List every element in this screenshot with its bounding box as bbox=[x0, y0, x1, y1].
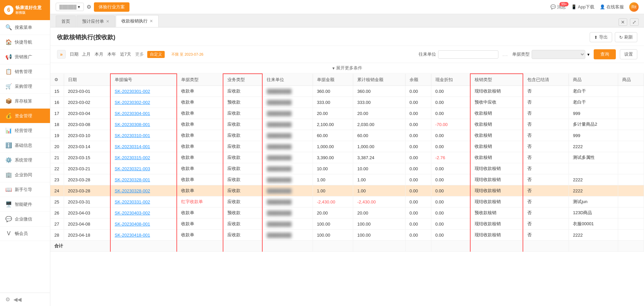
sidebar-item-quick-nav[interactable]: 🏠 快捷导航 bbox=[0, 35, 50, 50]
date-this-year[interactable]: 本年 bbox=[106, 51, 117, 58]
custom-date-button[interactable]: 自定义 bbox=[147, 51, 165, 58]
sidebar-item-marketing[interactable]: 📢 营销推广 bbox=[0, 50, 50, 64]
sidebar-label-member: 畅会员 bbox=[15, 231, 28, 237]
sn-link[interactable]: SK-20230308-001 bbox=[115, 122, 150, 127]
solution-button[interactable]: 体验行业方案 bbox=[94, 2, 129, 12]
chevron-down-icon: ▾ bbox=[78, 4, 80, 9]
tab-home[interactable]: 首页 bbox=[56, 15, 76, 27]
sidebar-item-purchase[interactable]: 🛒 采购管理 bbox=[0, 79, 50, 94]
cell-discount: 0.00 bbox=[431, 108, 470, 119]
cell-amount: 100.00 bbox=[313, 219, 353, 230]
topbar-gear-icon[interactable]: ⚙ bbox=[87, 4, 91, 10]
sn-link[interactable]: SK-20230418-001 bbox=[115, 233, 150, 238]
page-title: 收款核销执行(按收款) bbox=[57, 33, 115, 41]
sn-link[interactable]: SK-20230310-001 bbox=[115, 133, 150, 138]
cell-settled: 否 bbox=[523, 174, 569, 185]
sidebar-item-wechat[interactable]: 💬 企业微信 bbox=[0, 212, 50, 227]
sn-link[interactable]: SK-20230408-001 bbox=[115, 222, 150, 227]
sidebar-item-hardware[interactable]: 🖥️ 智能硬件 bbox=[0, 197, 50, 212]
table-row: 26 2023-04-03 SK-20230403-002 收款单 预收款 ██… bbox=[50, 207, 644, 219]
sn-link[interactable]: SK-20230302-002 bbox=[115, 100, 150, 105]
select-placeholder: ██████ bbox=[59, 5, 76, 9]
cell-cancel-type: 预收款核销 bbox=[470, 207, 523, 219]
query-button[interactable]: 查询 bbox=[594, 49, 616, 59]
date-last-month[interactable]: 上月 bbox=[80, 51, 92, 58]
cell-sn: SK-20230315-002 bbox=[110, 152, 177, 163]
sn-link[interactable]: SK-20230321-003 bbox=[115, 166, 150, 171]
tab-receivable-exec[interactable]: 收款核销执行 ✕ bbox=[116, 15, 159, 27]
sn-link[interactable]: SK-20230301-002 bbox=[115, 89, 150, 94]
sn-link[interactable]: SK-20230403-002 bbox=[115, 210, 150, 216]
table-row: 15 2023-03-01 SK-20230301-002 收款单 应收款 ██… bbox=[50, 86, 644, 97]
cell-sn: SK-20230301-002 bbox=[110, 86, 177, 97]
finance-icon: 💰 bbox=[5, 113, 12, 119]
th-sn: 单据编号 bbox=[110, 74, 177, 86]
sn-link[interactable]: SK-20230304-001 bbox=[115, 111, 150, 116]
refresh-button[interactable]: ↻ 刷新 bbox=[615, 32, 637, 42]
online-service-button[interactable]: 👤 在线客服 bbox=[600, 4, 624, 10]
filter-toggle-button[interactable]: » bbox=[57, 50, 66, 59]
sidebar-item-sales[interactable]: 📋 销售管理 bbox=[0, 64, 50, 79]
th-biz-type: 业务类型 bbox=[223, 74, 263, 86]
filter-type-group: 单据类型 ▾ bbox=[512, 50, 590, 59]
date-last-7-days[interactable]: 近7天 bbox=[119, 51, 132, 58]
sn-link[interactable]: SK-20230328-001 bbox=[115, 177, 150, 182]
sidebar-item-enterprise[interactable]: 🏢 企业协同 bbox=[0, 168, 50, 182]
cell-unit: ████████ bbox=[262, 174, 313, 185]
member-icon: V bbox=[5, 231, 12, 237]
table-row: 18 2023-03-08 SK-20230308-001 收款单 应收款 ██… bbox=[50, 119, 644, 130]
cell-balance: 0.00 bbox=[405, 196, 431, 207]
collapse-icon[interactable]: ◀◀ bbox=[13, 296, 21, 303]
tab-receivable-exec-close[interactable]: ✕ bbox=[150, 19, 153, 23]
topbar-select[interactable]: ██████ ▾ bbox=[56, 3, 84, 11]
cell-biz-type: 应收款 bbox=[223, 130, 263, 141]
date-more[interactable]: 更多 bbox=[134, 51, 145, 58]
tab-pre-receivable[interactable]: 预计应付单 ✕ bbox=[76, 15, 115, 27]
export-button[interactable]: ⬆ 导出 bbox=[590, 32, 612, 42]
cell-amount: 360.00 bbox=[313, 86, 353, 97]
expand-button[interactable]: ▾ 展开更多条件 bbox=[332, 65, 362, 71]
type-select[interactable] bbox=[532, 50, 585, 59]
cell-amount: 333.00 bbox=[313, 97, 353, 108]
tab-receivable-exec-label: 收款核销执行 bbox=[121, 18, 148, 24]
sn-link[interactable]: SK-20230331-002 bbox=[115, 199, 150, 204]
cell-num: 28 bbox=[50, 230, 64, 241]
tab-expand-button[interactable]: ⤢ bbox=[630, 18, 639, 26]
cell-unit: ████████ bbox=[262, 119, 313, 130]
sidebar-item-member[interactable]: V 畅会员 bbox=[0, 227, 50, 241]
cell-sn: SK-20230403-002 bbox=[110, 207, 177, 219]
cell-settled: 否 bbox=[523, 196, 569, 207]
sidebar-item-search[interactable]: 🔍 搜索菜单 bbox=[0, 20, 50, 35]
cell-sn: SK-20230310-001 bbox=[110, 130, 177, 141]
tab-actions: ✕ ⤢ bbox=[619, 18, 639, 27]
avatar-circle[interactable]: Rit bbox=[629, 2, 639, 12]
tab-close-button[interactable]: ✕ bbox=[619, 18, 627, 26]
unit-input[interactable] bbox=[438, 50, 498, 59]
settings-icon[interactable]: ⚙ bbox=[5, 296, 10, 303]
table-container: ⚙ 日期 单据编号 单据类型 业务类型 往来单位 单据金额 累计核销金额 余额 … bbox=[50, 73, 644, 306]
date-this-month[interactable]: 本月 bbox=[93, 51, 105, 58]
filter-setting-button[interactable]: 设置 bbox=[620, 49, 637, 59]
cell-balance: 0.00 bbox=[405, 185, 431, 196]
sn-link[interactable]: SK-20230328-002 bbox=[115, 188, 150, 193]
sidebar-item-finance[interactable]: 💰 资金管理 bbox=[0, 109, 50, 123]
cell-goods: 测试jun bbox=[569, 196, 618, 207]
cell-amount: 10.00 bbox=[313, 163, 353, 174]
sidebar-item-basic[interactable]: ℹ️ 基础信息 bbox=[0, 138, 50, 153]
sidebar-item-system[interactable]: ⚙️ 系统管理 bbox=[0, 153, 50, 168]
sn-link[interactable]: SK-20230314-001 bbox=[115, 144, 150, 149]
app-download-button[interactable]: 📱 App下载 bbox=[571, 4, 594, 10]
cell-settled: 否 bbox=[523, 119, 569, 130]
th-config[interactable]: ⚙ bbox=[50, 74, 64, 86]
cell-sn: SK-20230408-001 bbox=[110, 219, 177, 230]
sn-link[interactable]: SK-20230315-002 bbox=[115, 155, 150, 160]
message-button[interactable]: 💬 消息 99+ bbox=[550, 4, 566, 10]
cell-unit: ████████ bbox=[262, 185, 313, 196]
cell-goods: 123D商品 bbox=[569, 207, 618, 219]
sidebar-item-operation[interactable]: 📊 经营管理 bbox=[0, 123, 50, 138]
tab-pre-receivable-close[interactable]: ✕ bbox=[106, 19, 109, 24]
user-avatar[interactable]: Rit bbox=[629, 2, 639, 12]
sidebar-item-guide[interactable]: 📖 新手引导 bbox=[0, 182, 50, 197]
sidebar-label-system: 系统管理 bbox=[15, 157, 32, 163]
sidebar-item-inventory[interactable]: 📦 库存核算 bbox=[0, 94, 50, 109]
